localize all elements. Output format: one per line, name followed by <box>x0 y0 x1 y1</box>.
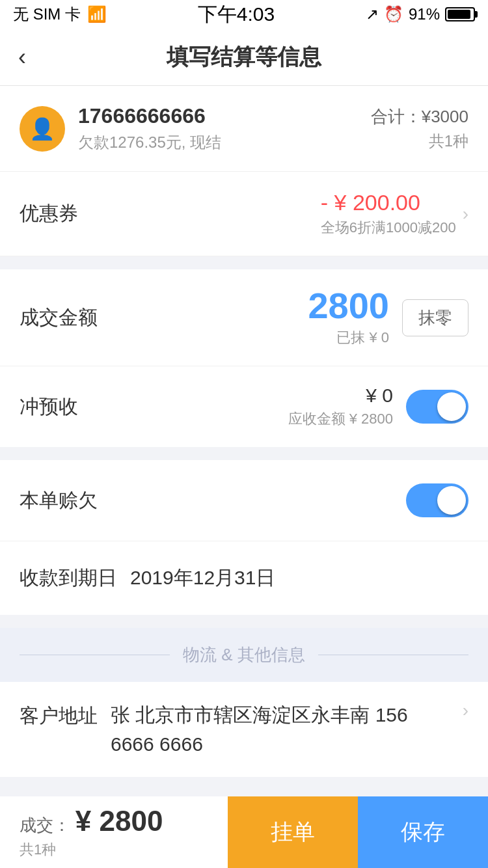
battery-percent: 91% <box>409 5 440 23</box>
coupon-label: 优惠券 <box>20 200 78 227</box>
avatar: 👤 <box>20 106 65 152</box>
location-icon: ↗ <box>366 5 379 23</box>
amount-label: 成交金额 <box>20 305 98 331</box>
logistics-section: 物流 & 其他信息 <box>0 628 488 682</box>
separator-1 <box>0 256 488 269</box>
separator-2 <box>0 447 488 460</box>
logistics-text: 物流 & 其他信息 <box>183 644 305 666</box>
advance-right: ¥ 0 应收金额 ¥ 2800 <box>288 385 468 429</box>
advance-toggle[interactable] <box>406 390 468 424</box>
status-bar: 无 SIM 卡 📶 下午4:03 ↗ ⏰ 91% <box>0 0 488 29</box>
debt-toggle[interactable] <box>406 483 468 517</box>
debt-row: 本单赊欠 <box>0 460 488 541</box>
address-chevron-icon: › <box>463 700 468 721</box>
coupon-row[interactable]: 优惠券 - ¥ 200.00 全场6折满1000减200 › <box>0 172 488 256</box>
chevron-right-icon: › <box>463 204 468 224</box>
round-button[interactable]: 抹零 <box>402 299 468 336</box>
logistics-line-right <box>318 655 468 655</box>
user-sub-text: 欠款1276.35元, 现结 <box>78 132 221 153</box>
user-info-row: 👤 17666666666 欠款1276.35元, 现结 合计：¥3000 共1… <box>0 86 488 172</box>
bottom-bar: 成交： ¥ 2800 共1种 挂单 保存 <box>0 796 488 868</box>
battery-icon <box>445 7 475 21</box>
bottom-info: 成交： ¥ 2800 共1种 <box>0 805 228 860</box>
amount-right: 2800 已抹 ¥ 0 抹零 <box>308 288 468 347</box>
bottom-total-label: 成交： <box>20 815 70 835</box>
due-date-value: 2019年12月31日 <box>130 565 275 591</box>
sim-label: 无 SIM 卡 <box>13 4 81 25</box>
address-label: 客户地址 <box>20 700 98 729</box>
due-date-row: 收款到期日 2019年12月31日 <box>0 541 488 615</box>
coupon-discount: - ¥ 200.00 <box>321 190 456 215</box>
amount-row: 成交金额 2800 已抹 ¥ 0 抹零 <box>0 269 488 366</box>
status-right: ↗ ⏰ 91% <box>366 5 475 23</box>
nav-bar: ‹ 填写结算等信息 <box>0 29 488 86</box>
status-left: 无 SIM 卡 📶 <box>13 4 107 25</box>
amount-card: 成交金额 2800 已抹 ¥ 0 抹零 冲预收 ¥ 0 应收金额 ¥ 2800 <box>0 269 488 447</box>
debt-label: 本单赊欠 <box>20 487 98 514</box>
page-title: 填写结算等信息 <box>167 42 321 72</box>
status-time: 下午4:03 <box>198 1 275 28</box>
back-button[interactable]: ‹ <box>18 44 26 71</box>
separator-3 <box>0 615 488 628</box>
due-date-label: 收款到期日 <box>20 565 117 591</box>
advance-amount: ¥ 0 应收金额 ¥ 2800 <box>288 385 393 429</box>
user-info-card: 👤 17666666666 欠款1276.35元, 现结 合计：¥3000 共1… <box>0 86 488 256</box>
advance-label: 冲预收 <box>20 394 78 420</box>
amount-value: 2800 <box>308 288 389 324</box>
coupon-info: - ¥ 200.00 全场6折满1000减200 <box>321 190 456 237</box>
user-phone: 17666666666 <box>78 104 221 128</box>
advance-value: ¥ 0 <box>288 385 393 407</box>
amount-info: 2800 已抹 ¥ 0 <box>308 288 389 347</box>
bottom-count: 共1种 <box>20 840 208 860</box>
user-left: 👤 17666666666 欠款1276.35元, 现结 <box>20 104 221 153</box>
address-card: 客户地址 张 北京市市辖区海淀区永丰南 156 6666 6666 › <box>0 682 488 777</box>
user-details: 17666666666 欠款1276.35元, 现结 <box>78 104 221 153</box>
save-button[interactable]: 保存 <box>358 796 488 868</box>
total-count: 共1种 <box>371 131 468 152</box>
amount-sub: 已抹 ¥ 0 <box>308 328 389 347</box>
coupon-right: - ¥ 200.00 全场6折满1000减200 › <box>321 190 468 237</box>
bottom-total-amount: ¥ 2800 <box>75 805 163 837</box>
advance-row: 冲预收 ¥ 0 应收金额 ¥ 2800 <box>0 366 488 447</box>
debt-card: 本单赊欠 收款到期日 2019年12月31日 <box>0 460 488 615</box>
user-total: 合计：¥3000 共1种 <box>371 105 468 152</box>
logistics-line-left <box>20 655 170 655</box>
content-area: 👤 17666666666 欠款1276.35元, 现结 合计：¥3000 共1… <box>0 86 488 868</box>
address-value: 张 北京市市辖区海淀区永丰南 156 6666 6666 <box>111 700 450 759</box>
alarm-icon: ⏰ <box>384 5 403 23</box>
wifi-icon: 📶 <box>87 5 107 23</box>
coupon-desc: 全场6折满1000减200 <box>321 218 456 237</box>
pending-button[interactable]: 挂单 <box>228 796 358 868</box>
total-label: 合计：¥3000 <box>371 105 468 128</box>
address-row[interactable]: 客户地址 张 北京市市辖区海淀区永丰南 156 6666 6666 › <box>0 682 488 777</box>
advance-sub: 应收金额 ¥ 2800 <box>288 409 393 429</box>
bottom-total-row: 成交： ¥ 2800 <box>20 805 208 837</box>
